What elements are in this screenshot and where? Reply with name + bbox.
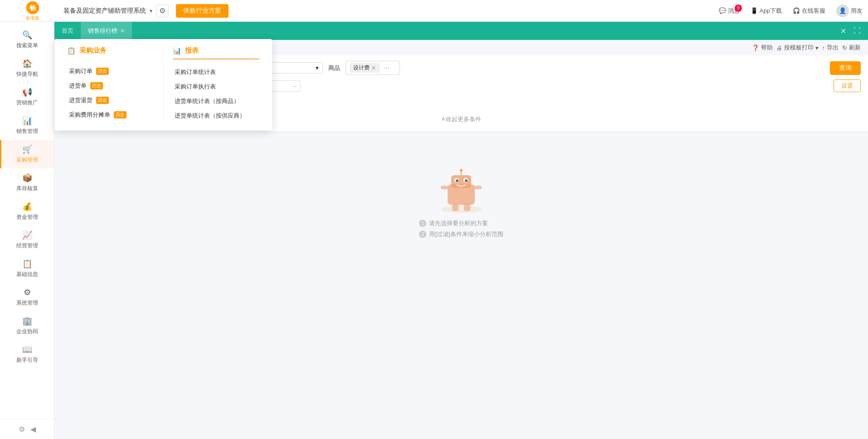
- query-button[interactable]: 查询: [830, 61, 861, 75]
- menu-item-purchase-order-exec[interactable]: 采购订单执行表: [173, 79, 260, 94]
- menu-item-goods-return[interactable]: 进货退货 历史: [67, 93, 154, 108]
- tab-close-icon[interactable]: ✕: [120, 28, 125, 34]
- salesperson-dots[interactable]: ···: [292, 83, 297, 89]
- sidebar-item-label-search: 搜索菜单: [16, 42, 38, 49]
- tip-num-2: 2: [419, 231, 426, 238]
- online-service-button[interactable]: 🎧 在线客服: [793, 7, 825, 15]
- goods-tag-text: 设计费: [353, 64, 370, 72]
- sidebar-collapse-icon[interactable]: ◀: [30, 425, 36, 434]
- menu-item-purchase-expense-label: 采购费用分摊单: [69, 111, 110, 119]
- headset-icon: 🎧: [793, 7, 800, 14]
- export-button[interactable]: ↑ 导出: [822, 44, 839, 52]
- menu-item-goods-stats-by-supplier-label: 进货单统计表（按供应商）: [175, 112, 245, 120]
- sidebar: 🔍 搜索菜单 🏠 快捷导航 📢 营销推广 📊 销售管理 🛒 采购管理 📦 库存核…: [0, 22, 54, 439]
- title-dropdown-icon[interactable]: ▾: [150, 8, 152, 14]
- sidebar-item-quick-nav[interactable]: 🏠 快捷导航: [0, 54, 54, 83]
- logo-text: 标准版: [26, 15, 39, 21]
- messages-button[interactable]: 💬 消息 9: [719, 7, 740, 15]
- gear-icon: ⚙: [159, 6, 166, 15]
- menu-item-goods-stats-by-supplier[interactable]: 进货单统计表（按供应商）: [173, 109, 260, 123]
- print-icon: 🖨: [776, 44, 782, 51]
- svg-point-10: [460, 169, 463, 172]
- menu-item-purchase-expense[interactable]: 采购费用分摊单 历史: [67, 108, 154, 122]
- top-bar: 畅 标准版 装备及固定资产辅助管理系统 ▾ ⚙ 体验行业方案 💬 消息 9 📱 …: [0, 0, 868, 22]
- sidebar-item-new-guide[interactable]: 📖 新手引导: [0, 340, 54, 369]
- print-label: 按模板打印: [784, 44, 814, 52]
- menu-item-goods-receipt-label: 进货单: [69, 82, 87, 90]
- sidebar-item-label-basic-info: 基础信息: [16, 271, 38, 278]
- sidebar-item-system[interactable]: ⚙ 系统管理: [0, 283, 54, 311]
- app-download-button[interactable]: 📱 App下载: [751, 7, 782, 15]
- goods-tag: 设计费 ✕: [350, 63, 380, 73]
- goods-tag-remove[interactable]: ✕: [371, 65, 376, 71]
- sidebar-item-search[interactable]: 🔍 搜索菜单: [0, 25, 54, 54]
- logo-area: 畅 标准版: [5, 0, 60, 21]
- sidebar-item-capital[interactable]: 💰 资金管理: [0, 197, 54, 226]
- help-icon: ❓: [752, 44, 759, 51]
- empty-tips: 1 请先选择要分析的方案 2 用[过滤]条件来缩小分析范围: [419, 219, 503, 238]
- sidebar-item-marketing[interactable]: 📢 营销推广: [0, 83, 54, 111]
- sidebar-item-enterprise[interactable]: 🏢 企业协同: [0, 311, 54, 340]
- app-download-icon: 📱: [751, 7, 758, 14]
- help-button[interactable]: ❓ 帮助: [752, 44, 773, 52]
- message-icon: 💬: [719, 7, 726, 14]
- menu-item-goods-return-label: 进货退货: [69, 96, 93, 104]
- settings-button[interactable]: ⚙: [156, 5, 169, 17]
- purchase-section: 📋 采购业务 采购订单 历史 进货单 历史 进货退货 历史 采购费用分摊单 历史: [62, 46, 160, 123]
- sidebar-item-label-marketing: 营销推广: [16, 99, 38, 107]
- logo-icon: 畅: [25, 0, 40, 15]
- sidebar-item-basic-info[interactable]: 📋 基础信息: [0, 254, 54, 283]
- tab-sales-rank-label: 销售排行榜: [88, 27, 117, 35]
- menu-item-purchase-order-stats[interactable]: 采购订单统计表: [173, 65, 260, 79]
- avatar: 👤: [836, 5, 849, 17]
- menu-item-purchase-order-exec-label: 采购订单执行表: [175, 83, 216, 91]
- sidebar-item-label-purchase: 采购管理: [16, 156, 38, 164]
- empty-state: 1 请先选择要分析的方案 2 用[过滤]条件来缩小分析范围: [54, 132, 868, 275]
- menu-item-goods-receipt[interactable]: 进货单 历史: [67, 79, 154, 93]
- set-button[interactable]: 设置: [834, 79, 861, 92]
- tab-home[interactable]: 首页: [54, 22, 81, 40]
- tab-sales-rank[interactable]: 销售排行榜 ✕: [81, 22, 132, 40]
- sidebar-item-label-inventory: 库存核算: [16, 185, 38, 192]
- sidebar-item-purchase[interactable]: 🛒 采购管理: [0, 140, 54, 168]
- report-section-icon: 📊: [173, 47, 181, 55]
- basic-info-icon: 📋: [22, 259, 32, 269]
- user-area[interactable]: 👤 用友: [836, 5, 863, 17]
- svg-rect-13: [452, 204, 458, 211]
- menu-item-purchase-order-label: 采购订单: [69, 67, 93, 75]
- capital-icon: 💰: [22, 202, 32, 212]
- print-button[interactable]: 🖨 按模板打印 ▾: [776, 44, 819, 52]
- sidebar-item-label-operations: 经营管理: [16, 242, 38, 250]
- menu-item-goods-stats-by-product-label: 进货单统计表（按商品）: [175, 97, 239, 105]
- sidebar-item-label-quick-nav: 快捷导航: [16, 70, 38, 78]
- svg-point-8: [465, 179, 468, 182]
- operations-icon: 📈: [22, 230, 32, 240]
- sidebar-item-sales[interactable]: 📊 销售管理: [0, 111, 54, 140]
- refresh-button[interactable]: ↻ 刷新: [842, 44, 861, 52]
- tab-expand-icon[interactable]: ⛶: [852, 25, 863, 37]
- collapse-label: 收起更多条件: [446, 115, 481, 123]
- print-dropdown-icon[interactable]: ▾: [815, 44, 819, 51]
- tab-home-label: 首页: [62, 27, 73, 35]
- menu-item-goods-stats-by-product[interactable]: 进货单统计表（按商品）: [173, 94, 260, 109]
- hist-badge-goods-receipt: 历史: [90, 82, 103, 89]
- goods-dots[interactable]: ···: [383, 64, 389, 72]
- sidebar-item-label-enterprise: 企业协同: [16, 328, 38, 335]
- industry-button[interactable]: 体验行业方案: [176, 4, 229, 18]
- help-label: 帮助: [761, 44, 773, 52]
- menu-item-purchase-order[interactable]: 采购订单 历史: [67, 64, 154, 79]
- purchase-section-icon: 📋: [67, 47, 76, 55]
- purchase-section-label: 采购业务: [79, 46, 107, 55]
- hist-badge-purchase-expense: 历史: [114, 111, 127, 118]
- sidebar-item-operations[interactable]: 📈 经营管理: [0, 226, 54, 254]
- menu-item-purchase-order-stats-label: 采购订单统计表: [175, 68, 216, 76]
- purchase-section-title: 📋 采购业务: [67, 46, 154, 59]
- svg-text:畅: 畅: [29, 4, 36, 11]
- marketing-icon: 📢: [22, 87, 32, 97]
- sidebar-item-inventory[interactable]: 📦 库存核算: [0, 168, 54, 197]
- system-title: 装备及固定资产辅助管理系统 ▾: [63, 7, 152, 15]
- sidebar-item-label-capital: 资金管理: [16, 213, 38, 221]
- refresh-icon: ↻: [842, 44, 847, 51]
- tab-close-window-icon[interactable]: ✕: [839, 25, 848, 37]
- sidebar-settings-icon[interactable]: ⚙: [19, 425, 25, 434]
